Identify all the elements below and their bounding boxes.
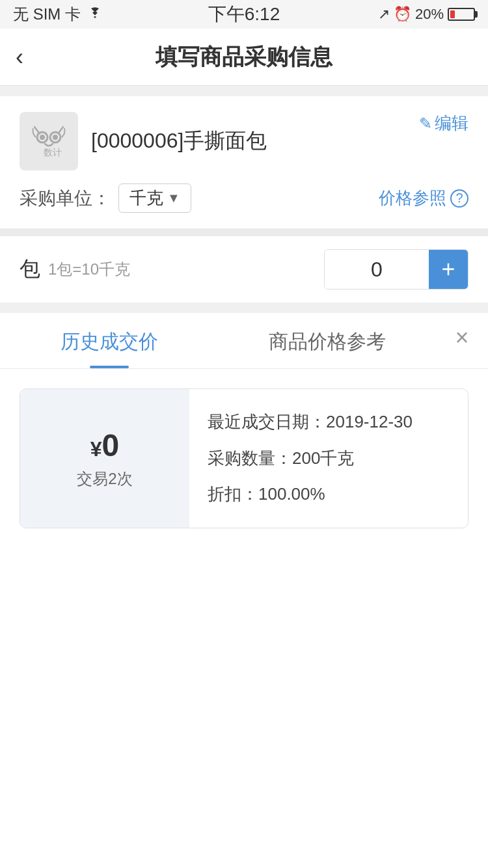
back-button[interactable]: ‹ [16,44,23,71]
discount-row: 折扣：100.00% [208,481,450,508]
tabs-header: 历史成交价 商品价格参考 × [0,313,488,369]
tab-history-label: 历史成交价 [61,331,158,352]
product-name: [0000006]手撕面包 [91,127,267,156]
unit-value: 千克 [129,187,163,210]
status-time: 下午6:12 [208,2,280,27]
price-ref-label: 价格参照 [379,187,446,210]
svg-point-2 [40,135,45,140]
quantity-controls: + [324,249,468,290]
status-bar: 无 SIM 卡 下午6:12 ↗ ⏰ 20% [0,0,488,29]
location-icon: ↗ [378,6,390,23]
status-right: ↗ ⏰ 20% [378,6,475,23]
discount-label: 折扣： [208,484,258,504]
quantity-input[interactable] [325,250,429,289]
tabs-close-button[interactable]: × [436,324,488,358]
edit-button[interactable]: ✎ 编辑 [419,112,468,135]
price-ref-help-icon: ? [450,189,468,208]
tab-price-ref-label: 商品价格参考 [269,331,386,352]
unit-left: 采购单位： 千克 ▼ [20,183,191,213]
product-left: 数计 [0000006]手撕面包 [20,112,267,170]
purchase-qty-row: 采购数量：200千克 [208,445,450,472]
alarm-icon: ⏰ [394,6,411,23]
section-divider [0,228,488,236]
page-title: 填写商品采购信息 [156,42,332,72]
content-area [0,548,488,868]
recent-date-label: 最近成交日期： [208,412,326,431]
quantity-row: 包 1包=10千克 + [0,236,488,303]
transaction-card: ¥0 交易2次 最近成交日期：2019-12-30 采购数量：200千克 折扣：… [20,388,468,528]
close-icon: × [455,324,468,351]
tabs-section: 历史成交价 商品价格参考 × ¥0 交易2次 最近成交日期：2019-12-30… [0,313,488,548]
product-logo-icon: 数计 [29,119,68,164]
purchase-qty-label: 采购数量： [208,448,292,468]
card-left: ¥0 交易2次 [20,389,189,528]
purchase-unit-row: 采购单位： 千克 ▼ 价格参照 ? [20,183,468,213]
edit-label: 编辑 [435,112,468,135]
recent-date-row: 最近成交日期：2019-12-30 [208,409,450,436]
trade-count: 交易2次 [77,468,132,489]
carrier-text: 无 SIM 卡 [13,4,81,25]
quantity-plus-button[interactable]: + [429,250,468,289]
product-header: 数计 [0000006]手撕面包 ✎ 编辑 [20,112,468,170]
unit-dropdown[interactable]: 千克 ▼ [118,183,191,213]
price-value: 0 [102,428,120,463]
quantity-unit-name: 包 [20,255,40,284]
purchase-unit-label: 采购单位： [20,186,111,211]
unit-label: 包 1包=10千克 [20,255,130,284]
product-card: 数计 [0000006]手撕面包 ✎ 编辑 采购单位： 千克 ▼ 价格参照 ? [0,96,488,228]
tab-price-reference[interactable]: 商品价格参考 [218,313,436,368]
recent-date-value: 2019-12-30 [326,412,413,431]
battery-icon [448,8,475,21]
quantity-unit-sub: 1包=10千克 [48,259,130,280]
discount-value: 100.00% [258,484,325,504]
svg-text:数计: 数计 [44,147,62,157]
tabs-content: ¥0 交易2次 最近成交日期：2019-12-30 采购数量：200千克 折扣：… [0,369,488,548]
edit-icon: ✎ [419,115,432,133]
svg-point-3 [53,135,58,140]
nav-bar: ‹ 填写商品采购信息 [0,29,488,86]
price-reference-button[interactable]: 价格参照 ? [379,187,468,210]
battery-percent: 20% [415,6,444,23]
card-right: 最近成交日期：2019-12-30 采购数量：200千克 折扣：100.00% [189,389,468,528]
status-left: 无 SIM 卡 [13,4,104,25]
transaction-price: ¥0 [90,427,120,463]
dropdown-arrow-icon: ▼ [167,191,180,206]
wifi-icon [86,5,104,23]
purchase-qty-value: 200千克 [292,448,354,468]
product-thumbnail: 数计 [20,112,78,170]
currency-symbol: ¥ [90,437,102,461]
tab-history-price[interactable]: 历史成交价 [0,313,218,368]
